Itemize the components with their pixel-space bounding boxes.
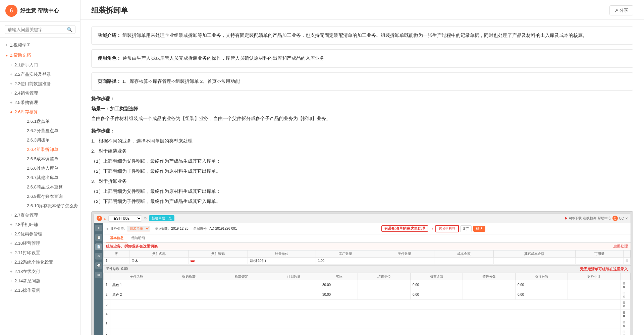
- expand-icon: ●: [10, 110, 12, 114]
- appstore-icon: App下载: [569, 216, 582, 221]
- left-icon-3[interactable]: 📄: [95, 243, 102, 250]
- sidebar-item-mobile[interactable]: + 2.8手机旺铺: [10, 220, 80, 229]
- sidebar-item-other-out[interactable]: 2.6.7其他出库单: [27, 173, 80, 182]
- cell-factory-qty: 1.00: [316, 257, 375, 264]
- lcol-name: 子件名称: [110, 273, 163, 280]
- sidebar-item-coupon[interactable]: + 2.9优惠券管理: [10, 229, 80, 239]
- tab-basic[interactable]: 基本信息: [106, 234, 127, 242]
- left-icon-2[interactable]: 📋: [95, 234, 102, 241]
- role-block: 使用角色： 通常由生产人员或库管人员完成拆装业务的操作，库管人员确认原材料的出库…: [91, 49, 633, 67]
- tab-detail[interactable]: 组装明细: [127, 234, 149, 242]
- col-unit: 计量单位: [248, 250, 316, 257]
- left-icon-4[interactable]: ⚙: [95, 253, 102, 260]
- sidebar-item-payment[interactable]: + 2.13在线支付: [10, 267, 80, 276]
- app-topbar: 6 ⌂ TEST-H002 ⟳ 新建单据一览 ⚑ App下载 在线检测: [94, 214, 631, 223]
- search-icon[interactable]: 🔍: [67, 27, 72, 32]
- col-parent-code: 父件编码: [189, 250, 248, 257]
- store-nav: ⌂: [104, 216, 106, 220]
- sidebar-item-other-in[interactable]: 2.6.6其他入库单: [27, 164, 80, 173]
- path-block: 页面路径： 1、库存核算->库存管理->组装拆卸单 2、首页->常用功能: [91, 72, 633, 91]
- new-doc-btn[interactable]: 新建单据一览: [149, 215, 174, 221]
- main-header: 组装拆卸单 ↗ 分享: [80, 0, 644, 20]
- sidebar-item-assembly[interactable]: 2.6.4组装拆卸单: [27, 145, 80, 154]
- doc-toolbar: ◀ 业务类型: 组装单据 拆卸单据 单据日期: 2019-12-26 单据编号:…: [103, 223, 631, 234]
- search-box[interactable]: 🔍: [5, 25, 75, 34]
- user-icon: C: [612, 216, 618, 221]
- path-label: 页面路径：: [98, 79, 121, 84]
- sidebar-item-finance[interactable]: + 2.7资金管理: [10, 211, 80, 220]
- lcol-purchase: 拆购拆卸: [163, 273, 215, 280]
- expand-icon: +: [10, 222, 12, 227]
- sidebar-item-docs[interactable]: ● 2.帮助文档: [0, 50, 80, 60]
- close-icon[interactable]: ✕: [625, 217, 628, 220]
- sidebar-item-transfer[interactable]: 2.6.3调拨单: [27, 135, 80, 145]
- business-type-select[interactable]: 组装单据 拆卸单据: [127, 226, 150, 231]
- back-icon[interactable]: ◀: [106, 227, 108, 230]
- func-intro-label: 功能介绍：: [98, 33, 121, 38]
- sidebar-item-inventory[interactable]: ● 2.6库存核算: [10, 107, 80, 117]
- func-intro-text: 组装拆卸单用来处理企业组装或拆卸等加工业务，支持有固定装配清单的产品加工业务，也…: [122, 33, 587, 38]
- sidebar: 6 好生意 帮助中心 🔍 + 1.视频学习 ● 2.帮助文档 + 2.1新手入门…: [0, 0, 80, 335]
- left-icon-5[interactable]: 💬: [95, 262, 102, 269]
- lcol-seq: [104, 273, 110, 280]
- lcol-warn: 警告分数: [463, 273, 516, 280]
- highlighted-cell[interactable]: [191, 260, 195, 262]
- step3-2: （2）下部明细为子件明细，最终作为产成品生成其它入库单。: [91, 197, 633, 206]
- ann-switch: 组装业务、拆卸业务在这里切换: [106, 244, 158, 249]
- sidebar-item-cost-recalc[interactable]: 2.6.8商品成本重算: [27, 182, 80, 192]
- app-logo: 6: [5, 5, 17, 17]
- abandon-btn[interactable]: 废弃: [460, 225, 472, 232]
- sidebar-item-faq[interactable]: + 2.14常见问题: [10, 276, 80, 286]
- scenario1-desc: 当由多个子件材料组装成一个成品的业务为【组装】业务，当由一个父件拆分成多个子产品…: [91, 114, 633, 123]
- sidebar-item-ops[interactable]: + 2.10经营管理: [10, 239, 80, 248]
- role-text: 通常由生产人员或库管人员完成拆装业务的操作，库管人员确认原材料的出库和产成品的入…: [122, 56, 324, 61]
- app-title: 好生意 帮助中心: [20, 7, 59, 14]
- sidebar-item-video[interactable]: + 1.视频学习: [0, 40, 80, 50]
- share-icon: ↗: [614, 8, 618, 13]
- flag-icon: ⚑: [565, 217, 568, 220]
- sidebar-item-install[interactable]: + 2.2产品安装及登录: [10, 70, 80, 79]
- sidebar-item-print[interactable]: + 2.11打印设置: [10, 248, 80, 258]
- sidebar-item-stocktake[interactable]: 2.6.1盘点单: [27, 117, 80, 126]
- search-input[interactable]: [8, 27, 67, 32]
- col-factory-qty: 工厂数量: [316, 250, 375, 257]
- store-select[interactable]: TEST-H002: [108, 215, 142, 222]
- steps-title: 操作步骤：: [91, 96, 633, 102]
- scenario1-title: 场景一：加工类型选择: [91, 106, 633, 112]
- sidebar-item-cases[interactable]: + 2.15操作案例: [10, 286, 80, 295]
- nav-tree: + 1.视频学习 ● 2.帮助文档 + 2.1新手入门 + 2.2产品安装及登录…: [0, 38, 80, 335]
- table-row: 4⊞ ✕: [104, 309, 631, 319]
- sidebar-item-custom[interactable]: + 2.12系统个性化设置: [10, 258, 80, 267]
- share-button[interactable]: ↗ 分享: [609, 5, 633, 15]
- upper-table: 序 父件名称 父件编码 计量单位 工厂数量 子件数量 成本金额 其它成本金额: [103, 250, 631, 265]
- sidebar-item-cost-adjust[interactable]: 2.6.5成本调整单: [27, 154, 80, 164]
- steps-title2: 操作步骤：: [91, 126, 633, 135]
- ann-has-bom: 有装配清单的在这里处理: [381, 225, 428, 232]
- select-material-btn[interactable]: 选择拆科料: [435, 225, 459, 232]
- cell-unit: 箱(外10件): [248, 257, 316, 264]
- table-row: 1 关木 箱(外10件) 1.00: [104, 257, 631, 264]
- sidebar-item-ledger-query[interactable]: 2.6.9库存账本查询: [27, 192, 80, 201]
- path-text: 1、库存核算->库存管理->组装拆卸单 2、首页->常用功能: [122, 79, 240, 84]
- left-icon-1[interactable]: ≡: [95, 225, 102, 231]
- col-avail: 可用量: [575, 250, 623, 257]
- doc-no-label: 单据编号:: [193, 226, 208, 231]
- section-divider: 子件总数: 0.00 无固定清单可组装在这里录入: [103, 265, 631, 273]
- sidebar-item-ledger-error[interactable]: 2.6.10库存账本错了怎么办: [27, 201, 80, 211]
- left-icon-6[interactable]: ⊞: [95, 272, 102, 278]
- lower-table: 子件名称 拆购拆卸 拆卸锁定 计划数量 实际 结束单位 核查金额 警告分数: [103, 273, 631, 335]
- expand-icon: +: [10, 72, 12, 77]
- cell-seq: 1: [104, 257, 129, 264]
- sidebar-item-partial-stocktake[interactable]: 2.6.2分量盘点单: [27, 126, 80, 135]
- expand-icon: +: [10, 241, 12, 246]
- sidebar-item-data-prep[interactable]: + 2.3使用前数据准备: [10, 79, 80, 89]
- sidebar-item-purchase[interactable]: + 2.5采购管理: [10, 98, 80, 107]
- sidebar-item-sales[interactable]: + 2.4销售管理: [10, 89, 80, 98]
- lcol-total: 财务小计: [568, 273, 621, 280]
- confirm-save-btn[interactable]: 确认: [473, 226, 485, 232]
- expand-icon: +: [10, 63, 12, 67]
- sidebar-item-newbie[interactable]: + 2.1新手入门: [10, 60, 80, 70]
- expand-icon: +: [10, 279, 12, 283]
- lcol-check-amt: 核查金额: [410, 273, 463, 280]
- top-icons: ⚑ App下载 在线检测 帮助中心 C CC ✕: [565, 216, 628, 221]
